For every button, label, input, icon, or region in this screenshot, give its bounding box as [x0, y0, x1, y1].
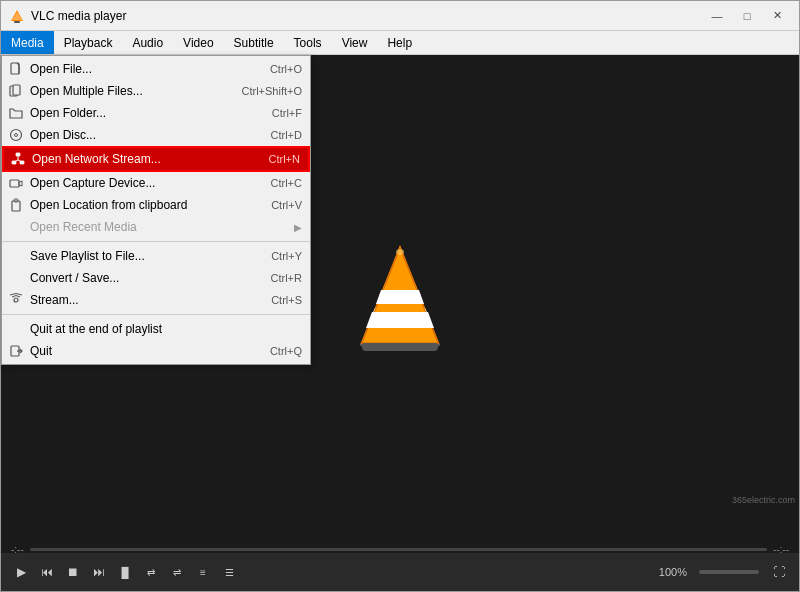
volume-label: 100%	[659, 566, 687, 578]
menu-subtitle[interactable]: Subtitle	[224, 31, 284, 54]
menu-tools[interactable]: Tools	[284, 31, 332, 54]
menu-playback[interactable]: Playback	[54, 31, 123, 54]
menu-open-network[interactable]: Open Network Stream... Ctrl+N	[2, 146, 310, 172]
menu-convert[interactable]: Convert / Save... Ctrl+R	[2, 267, 310, 289]
menu-open-multiple[interactable]: Open Multiple Files... Ctrl+Shift+O	[2, 80, 310, 102]
frame-button[interactable]: ▐▌	[113, 560, 137, 584]
svg-marker-15	[19, 181, 22, 186]
title-bar: VLC media player — □ ✕	[1, 1, 799, 31]
bottom-bar: -:-- --:-- ▶ ⏮ ⏹ ⏭ ▐▌ ⇄ ⇌ ≡ ☰ 100% ⛶	[1, 545, 799, 591]
next-button[interactable]: ⏭	[87, 560, 111, 584]
svg-point-6	[11, 130, 22, 141]
fullscreen-button[interactable]: ⛶	[767, 560, 791, 584]
file-icon	[8, 61, 24, 77]
menu-open-capture[interactable]: Open Capture Device... Ctrl+C	[2, 172, 310, 194]
svg-rect-3	[11, 63, 19, 74]
app-icon	[9, 8, 25, 24]
shuffle-button[interactable]: ⇌	[165, 560, 189, 584]
svg-marker-1	[12, 12, 22, 20]
network-icon	[10, 151, 26, 167]
svg-rect-30	[362, 343, 438, 351]
separator-2	[2, 314, 310, 315]
capture-icon	[8, 175, 24, 191]
volume-slider[interactable]	[699, 570, 759, 574]
svg-rect-5	[13, 85, 20, 95]
clipboard-icon	[8, 197, 24, 213]
menu-help[interactable]: Help	[377, 31, 422, 54]
svg-rect-2	[14, 21, 20, 23]
menu-view[interactable]: View	[332, 31, 378, 54]
quit-icon	[8, 343, 24, 359]
folder-icon	[8, 105, 24, 121]
playlist-button[interactable]: ☰	[217, 560, 241, 584]
menu-media[interactable]: Media Open File... Ctrl+O Open Multipl	[1, 31, 54, 54]
media-dropdown: Open File... Ctrl+O Open Multiple Files.…	[1, 55, 311, 365]
stream-icon	[8, 292, 24, 308]
svg-point-7	[15, 134, 18, 137]
menu-save-playlist[interactable]: Save Playlist to File... Ctrl+Y	[2, 245, 310, 267]
time-remaining: --:--	[767, 544, 795, 555]
loop-button[interactable]: ⇄	[139, 560, 163, 584]
prev-button[interactable]: ⏮	[35, 560, 59, 584]
svg-marker-29	[366, 312, 434, 328]
close-button[interactable]: ✕	[763, 6, 791, 26]
menu-open-folder[interactable]: Open Folder... Ctrl+F	[2, 102, 310, 124]
files-icon	[8, 83, 24, 99]
svg-marker-28	[376, 290, 424, 304]
minimize-button[interactable]: —	[703, 6, 731, 26]
menu-quit[interactable]: Quit Ctrl+Q	[2, 340, 310, 362]
menu-open-recent: Open Recent Media ▶	[2, 216, 310, 238]
extended-button[interactable]: ≡	[191, 560, 215, 584]
separator-1	[2, 241, 310, 242]
svg-point-18	[14, 298, 18, 302]
window-controls: — □ ✕	[703, 6, 791, 26]
vlc-logo	[350, 240, 450, 360]
menu-bar: Media Open File... Ctrl+O Open Multipl	[1, 31, 799, 55]
menu-audio[interactable]: Audio	[122, 31, 173, 54]
progress-track[interactable]	[30, 548, 767, 551]
menu-quit-end[interactable]: Quit at the end of playlist	[2, 318, 310, 340]
maximize-button[interactable]: □	[733, 6, 761, 26]
menu-open-disc[interactable]: Open Disc... Ctrl+D	[2, 124, 310, 146]
disc-icon	[8, 127, 24, 143]
stop-button[interactable]: ⏹	[61, 560, 85, 584]
play-button[interactable]: ▶	[9, 560, 33, 584]
svg-rect-8	[16, 153, 20, 156]
controls-row: ▶ ⏮ ⏹ ⏭ ▐▌ ⇄ ⇌ ≡ ☰ 100% ⛶	[1, 553, 799, 591]
menu-stream[interactable]: Stream... Ctrl+S	[2, 289, 310, 311]
time-elapsed: -:--	[5, 544, 30, 555]
window-title: VLC media player	[31, 9, 703, 23]
menu-open-location[interactable]: Open Location from clipboard Ctrl+V	[2, 194, 310, 216]
svg-rect-14	[10, 180, 19, 187]
vlc-window: VLC media player — □ ✕ Media Open File..…	[0, 0, 800, 592]
progress-bar-container[interactable]: -:-- --:--	[1, 545, 799, 553]
menu-open-file[interactable]: Open File... Ctrl+O	[2, 58, 310, 80]
svg-point-31	[396, 249, 404, 255]
menu-video[interactable]: Video	[173, 31, 223, 54]
watermark: 365electric.com	[732, 495, 795, 505]
